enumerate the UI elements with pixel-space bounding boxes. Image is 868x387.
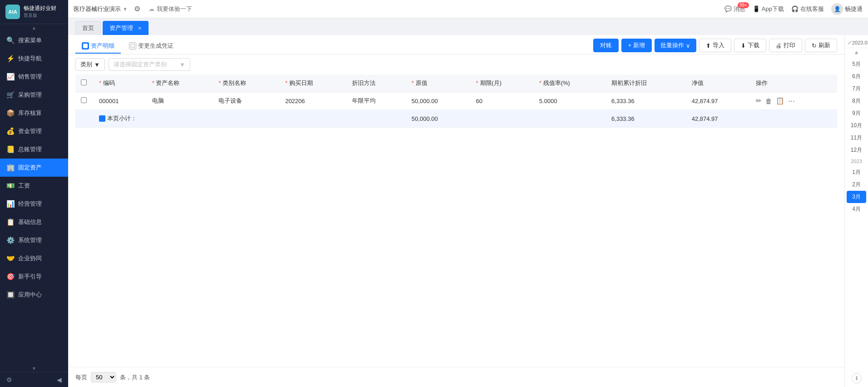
tab-home[interactable]: 首页 — [75, 21, 101, 35]
month-4[interactable]: 4月 — [845, 203, 868, 215]
copy-icon[interactable]: 📋 — [776, 97, 784, 105]
quicknav-icon: ⚡ — [6, 55, 15, 63]
download-button[interactable]: ⬇ 下载 — [734, 39, 766, 52]
subtotal-icon — [99, 115, 105, 122]
month-11[interactable]: 11月 — [845, 132, 868, 144]
sidebar-item-operation[interactable]: 📊 经营管理 — [0, 195, 68, 213]
pagination: 每页 50 10 20 100 条，共 1 条 — [68, 367, 844, 387]
sidebar-item-inventory[interactable]: 📦 库存核算 — [0, 104, 68, 122]
header-accumulated-depreciation: 期初累计折旧 — [606, 74, 686, 92]
delete-icon[interactable]: 🗑 — [765, 97, 772, 105]
tab-asset-mgmt[interactable]: 资产管理 ✕ — [103, 21, 149, 35]
month-10[interactable]: 10月 — [845, 119, 868, 132]
month-12[interactable]: 12月 — [845, 144, 868, 156]
row-net-value: 42,874.97 — [686, 92, 751, 110]
logo-icon: AtA — [5, 5, 20, 19]
download-label: 下载 — [748, 41, 759, 50]
category-value-select[interactable]: 请选择固定资产类别 ▼ — [109, 58, 190, 71]
purchase-icon: 🛒 — [6, 91, 15, 99]
reconcile-button[interactable]: 对账 — [593, 39, 619, 52]
header-code: 编码 — [94, 74, 147, 92]
row-checkbox[interactable] — [81, 97, 87, 103]
subtotal-action-empty — [750, 110, 837, 128]
header-checkbox-cell — [75, 74, 94, 92]
settings-gear-icon[interactable]: ⚙ — [6, 376, 12, 383]
sidebar-scroll-up-icon[interactable]: ▲ — [32, 25, 37, 30]
per-page-select[interactable]: 50 10 20 100 — [91, 372, 116, 382]
company-selector[interactable]: 医疗器械行业演示 ▼ — [74, 5, 128, 13]
tab-close-icon[interactable]: ✕ — [138, 25, 142, 31]
experience-label[interactable]: 我要体验一下 — [157, 5, 192, 13]
sidebar-item-sales[interactable]: 📈 销售管理 — [0, 68, 68, 86]
month-8[interactable]: 8月 — [845, 95, 868, 107]
subtab-asset-detail[interactable]: 资产明细 — [75, 39, 121, 54]
collapse-sidebar-icon[interactable]: ◀ — [57, 376, 62, 383]
messages-button[interactable]: 💬 消息 99+ — [724, 5, 745, 13]
right-panel-year-label: 2023.03 — [852, 40, 868, 45]
tabbar: 首页 资产管理 ✕ — [68, 18, 868, 35]
edit-icon[interactable]: ✏ — [756, 97, 762, 105]
month-1[interactable]: 1月 — [845, 166, 868, 179]
subtab-change-voucher[interactable]: 变更生成凭证 — [123, 39, 180, 54]
sidebar-item-fixed[interactable]: 🏢 固定资产 — [0, 159, 68, 177]
right-panel-scroll-up-icon[interactable]: ▲ — [854, 49, 859, 55]
print-button[interactable]: 🖨 打印 — [769, 39, 802, 52]
sidebar-item-apps[interactable]: 🔲 应用中心 — [0, 286, 68, 304]
logo-text-block: 畅捷通好业财 普及版 — [24, 5, 56, 19]
right-panel-months: 5月 6月 7月 8月 9月 10月 11月 12月 2023 1月 2月 3月… — [845, 56, 868, 372]
ledger-icon: 📒 — [6, 145, 15, 154]
month-6[interactable]: 6月 — [845, 70, 868, 83]
guide-icon: 🎯 — [6, 273, 15, 281]
header-action: 操作 — [750, 74, 837, 92]
sales-icon: 📈 — [6, 73, 15, 81]
sidebar-item-collab[interactable]: 🤝 企业协同 — [0, 249, 68, 268]
row-accumulated-depreciation: 6,333.36 — [606, 92, 686, 110]
batch-button[interactable]: 批量操作 ∨ — [655, 39, 696, 52]
sidebar-scroll-down-icon[interactable]: ▼ — [32, 366, 37, 371]
sidebar-item-salary[interactable]: 💵 工资 — [0, 177, 68, 195]
sidebar-item-system[interactable]: ⚙️ 系统管理 — [0, 231, 68, 249]
new-button[interactable]: + 新增 — [621, 39, 652, 52]
sidebar-item-ledger[interactable]: 📒 总账管理 — [0, 140, 68, 159]
month-7[interactable]: 7月 — [845, 83, 868, 95]
sidebar-item-basic[interactable]: 📋 基础信息 — [0, 213, 68, 231]
online-service-button[interactable]: 🎧 在线客服 — [791, 5, 824, 13]
row-actions: ✏ 🗑 📋 ⋯ — [750, 92, 837, 110]
month-9[interactable]: 9月 — [845, 107, 868, 119]
export-button[interactable]: ⬆ 导入 — [699, 39, 731, 52]
refresh-button[interactable]: ↻ 刷新 — [805, 39, 837, 52]
app-download-button[interactable]: 📱 App下载 — [753, 5, 784, 13]
right-panel-expand-icon[interactable]: ⤢ — [848, 40, 852, 46]
right-panel-expand-circle[interactable]: ⬇ — [852, 373, 862, 383]
topbar-settings-icon[interactable]: ⚙ — [134, 5, 140, 13]
experience-icon: ☁ — [149, 5, 154, 12]
online-service-label: 在线客服 — [800, 5, 824, 13]
month-2[interactable]: 2月 — [845, 179, 868, 191]
experience-section: ☁ 我要体验一下 — [149, 5, 192, 13]
month-3-active[interactable]: 3月 — [847, 191, 866, 203]
sidebar-item-quicknav[interactable]: ⚡ 快捷导航 — [0, 50, 68, 68]
sidebar-item-label: 基础信息 — [18, 218, 42, 226]
select-all-checkbox[interactable] — [81, 79, 87, 85]
content-area: 资产明细 变更生成凭证 对账 + 新增 — [68, 35, 868, 387]
subtotal-accumulated-depreciation: 6,333.36 — [606, 110, 686, 128]
sidebar-bottom: ⚙ ◀ — [0, 372, 68, 387]
subtotal-net-value: 42,874.97 — [686, 110, 751, 128]
change-voucher-tab-icon — [129, 42, 136, 50]
sidebar-item-purchase[interactable]: 🛒 采购管理 — [0, 86, 68, 104]
more-icon[interactable]: ⋯ — [788, 97, 795, 105]
tab-home-label: 首页 — [82, 25, 94, 31]
sidebar-item-funds[interactable]: 💰 资金管理 — [0, 122, 68, 140]
header-original-value: 原值 — [406, 74, 471, 92]
category-filter[interactable]: 类别 ▼ — [75, 58, 105, 71]
user-profile[interactable]: 👤 畅捷通 — [831, 3, 863, 15]
batch-arrow-icon: ∨ — [686, 42, 690, 49]
sidebar-item-guide[interactable]: 🎯 新手引导 — [0, 268, 68, 286]
subtotal-original-value: 50,000.00 — [406, 110, 471, 128]
print-label: 打印 — [784, 41, 795, 50]
sidebar-item-search[interactable]: 🔍 搜索菜单 — [0, 31, 68, 50]
sidebar-logo: AtA 畅捷通好业财 普及版 — [0, 0, 68, 24]
category-filter-arrow: ▼ — [94, 61, 100, 68]
basic-icon: 📋 — [6, 218, 15, 226]
month-5[interactable]: 5月 — [845, 58, 868, 70]
